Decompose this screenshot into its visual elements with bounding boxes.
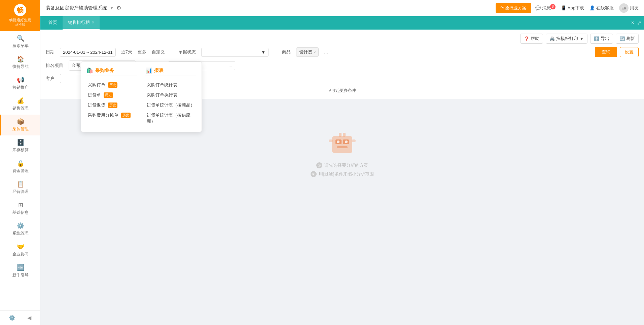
sidebar-item-guide[interactable]: 🆕 新手引导 [0,260,40,281]
tab-close-icon[interactable]: × [92,20,94,25]
report-col: 📊 报表 采购订单统计表 采购订单执行表 进货单统计表（按商品） 进货单统计表（… [145,67,196,126]
sidebar-item-inventory[interactable]: 🗄️ 库存核算 [0,135,40,156]
toolbar-right: ❓ 帮助 🖨️ 按模板打印 ▼ ⬆️ 导出 🔄 刷新 [520,34,639,44]
date-input[interactable]: 2024-01-01 ~ 2024-12-31 [60,48,116,57]
sidebar-item-quick-nav[interactable]: 🏠 快捷导航 [0,52,40,73]
query-btn[interactable]: 查询 [595,47,617,57]
sidebar-item-marketing[interactable]: 📢 营销推广 [0,73,40,94]
sidebar-item-purchase[interactable]: 📦 采购管理 [0,115,40,135]
settings-icon[interactable]: ⚙ [116,5,121,11]
bill-status-label: 单据状态 [178,49,196,55]
message-btn[interactable]: 💬 消息 8 [535,5,556,11]
basic-icon: ⊞ [18,201,23,209]
search-icon: 🔍 [17,35,24,42]
svg-point-8 [337,140,339,143]
toolbar-row: ❓ 帮助 🖨️ 按模板打印 ▼ ⬆️ 导出 🔄 刷新 [46,34,639,44]
query-settings-btns: 查询 设置 [595,47,639,57]
help-btn[interactable]: ❓ 帮助 [520,34,543,44]
date-label: 日期 [46,49,55,55]
bill-status-select[interactable]: ▼ [201,48,269,57]
incoming-stat-goods-item[interactable]: 进货单统计表（按商品） [145,100,196,110]
help-icon: ❓ [524,36,529,41]
sidebar-item-finance[interactable]: 🔒 资金管理 [0,156,40,177]
goods-tag-close-icon[interactable]: × [314,50,316,54]
goods-dots[interactable]: ... [324,50,328,55]
sidebar-bottom: ⚙️ ◀ [0,310,40,325]
purchase-order-exec-item[interactable]: 采购订单执行表 [145,90,196,100]
purchase-dropdown-menu: 🛍️ 采购业务 采购订单 历史 进货单 历史 进货退货 历史 采购费用分摊单 [81,62,202,132]
collapse-label: 收起更多条件 [332,88,356,93]
date-custom-btn[interactable]: 自定义 [152,49,165,55]
tab-home[interactable]: 首页 [43,16,63,30]
sidebar-item-enterprise[interactable]: 🤝 企业协同 [0,240,40,260]
svg-rect-7 [352,139,356,142]
topbar: 装备及固定资产辅助管理系统 ▼ ⚙ 体验行业方案 💬 消息 8 📱 App下载 … [40,0,644,16]
chevron-down-icon[interactable]: ▼ [110,6,114,10]
print-template-btn[interactable]: 🖨️ 按模板打印 ▼ [546,34,587,44]
operation-icon: 📋 [17,180,24,188]
online-service-btn[interactable]: 👤 在线客服 [589,5,614,11]
content-area: ❓ 帮助 🖨️ 按模板打印 ▼ ⬆️ 导出 🔄 刷新 [40,30,644,325]
print-icon: 🖨️ [549,36,555,41]
sidebar-item-operation[interactable]: 📋 经营管理 [0,177,40,198]
empty-illustration [322,126,362,160]
tab-sales-rank[interactable]: 销售排行榜 × [63,16,100,30]
logo-text: 畅捷通好生意 标准版 [9,17,31,27]
purchase-business-col: 🛍️ 采购业务 采购订单 历史 进货单 历史 进货退货 历史 采购费用分摊单 [86,67,137,126]
date-quick-7days[interactable]: 近7天 [121,49,132,55]
goods-tag: 设计费 × [296,47,319,57]
report-icon: 📊 [145,67,152,74]
logo-icon: 畅 [14,4,26,16]
tabs-bar: 首页 销售排行榜 × × ⤢ [40,16,644,30]
incoming-order-item[interactable]: 进货单 历史 [86,90,137,100]
sidebar-item-basic[interactable]: ⊞ 基础信息 [0,198,40,219]
sidebar-item-search[interactable]: 🔍 搜索菜单 [0,31,40,52]
history-badge-2: 历史 [108,103,117,108]
system-icon: ⚙️ [17,222,24,230]
purchase-business-icon: 🛍️ [86,67,93,74]
service-icon: 👤 [589,5,595,10]
svg-rect-4 [339,133,342,137]
home-icon: 🏠 [17,55,24,63]
collapse-icon: ∧ [329,88,332,93]
svg-rect-0 [332,136,352,153]
svg-rect-3 [337,146,348,148]
settings-filter-btn[interactable]: 设置 [620,47,639,57]
history-badge-0: 历史 [108,82,117,88]
refresh-btn[interactable]: 🔄 刷新 [616,34,639,44]
user-btn[interactable]: Ea 用友 [619,3,639,13]
enterprise-icon: 🤝 [17,243,24,250]
guide-icon: 🆕 [17,264,24,271]
svg-rect-5 [343,133,346,137]
sidebar-item-system[interactable]: ⚙️ 系统管理 [0,219,40,240]
expand-icon[interactable]: ⤢ [637,20,641,26]
purchase-order-item[interactable]: 采购订单 历史 [86,80,137,90]
message-icon: 💬 [535,5,541,10]
system-title: 装备及固定资产辅助管理系统 ▼ ⚙ [46,5,492,11]
mobile-icon: 📱 [561,5,566,10]
incoming-return-item[interactable]: 进货退货 历史 [86,100,137,110]
salesman-dots: ... [228,63,232,68]
purchase-expense-item[interactable]: 采购费用分摊单 历史 [86,110,137,120]
date-more-btn[interactable]: 更多 [138,49,146,55]
export-btn[interactable]: ⬆️ 导出 [590,34,613,44]
finance-icon: 🔒 [17,160,24,167]
print-chevron-icon: ▼ [579,36,584,41]
industry-btn[interactable]: 体验行业方案 [496,3,531,13]
main-area: 装备及固定资产辅助管理系统 ▼ ⚙ 体验行业方案 💬 消息 8 📱 App下载 … [40,0,644,325]
sidebar: 畅 畅捷通好生意 标准版 🔍 搜索菜单 🏠 快捷导航 📢 营销推广 💰 销售管理… [0,0,40,325]
logo: 畅 畅捷通好生意 标准版 [0,0,40,31]
svg-rect-6 [329,139,333,142]
refresh-icon: 🔄 [619,36,625,41]
purchase-order-stat-item[interactable]: 采购订单统计表 [145,80,196,90]
marketing-icon: 📢 [17,76,24,84]
settings-bottom-icon[interactable]: ⚙️ [9,315,15,321]
collapse-icon[interactable]: ◀ [27,315,31,321]
empty-hint-2: ② 用[过滤]条件来缩小分析范围 [311,171,373,177]
avatar: Ea [619,3,629,13]
app-download-btn[interactable]: 📱 App下载 [561,5,584,11]
purchase-business-title: 🛍️ 采购业务 [86,67,137,76]
close-window-icon[interactable]: × [631,20,634,26]
incoming-stat-supplier-item[interactable]: 进货单统计表（按供应商） [145,110,196,126]
sidebar-item-sales[interactable]: 💰 销售管理 [0,94,40,115]
